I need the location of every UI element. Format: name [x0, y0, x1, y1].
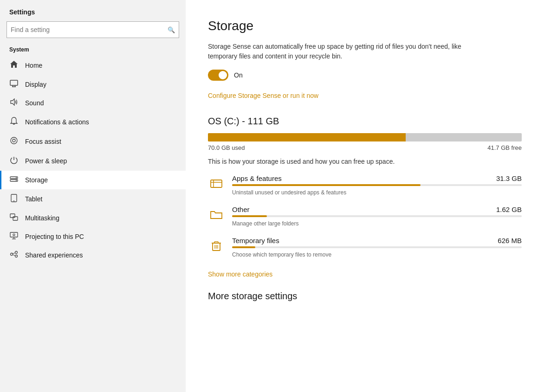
- sidebar-item-notifications[interactable]: Notifications & actions: [0, 112, 186, 132]
- home-icon: [9, 60, 19, 71]
- sidebar-item-sound[interactable]: Sound: [0, 94, 186, 112]
- sidebar-item-label: Notifications & actions: [25, 118, 89, 126]
- main-content: Storage Storage Sense can automatically …: [186, 0, 544, 392]
- apps-bar: [232, 184, 522, 186]
- sidebar-item-power[interactable]: Power & sleep: [0, 151, 186, 171]
- search-input[interactable]: [11, 26, 168, 33]
- sidebar-item-label: Power & sleep: [25, 157, 67, 165]
- search-box[interactable]: 🔍: [6, 21, 179, 38]
- sidebar: Settings 🔍 System Home Display: [0, 0, 186, 392]
- tablet-icon: [9, 194, 19, 204]
- category-temp[interactable]: Temporary files 626 MB Choose which temp…: [208, 237, 522, 258]
- apps-name: Apps & features: [232, 174, 282, 182]
- svg-point-6: [13, 139, 15, 142]
- svg-rect-24: [211, 180, 222, 187]
- display-icon: [9, 80, 19, 89]
- svg-rect-14: [13, 217, 18, 220]
- category-other[interactable]: Other 1.62 GB Manage other large folders: [208, 206, 522, 227]
- power-icon: [9, 156, 19, 166]
- sidebar-item-label: Display: [25, 81, 46, 88]
- sidebar-item-multitasking[interactable]: Multitasking: [0, 209, 186, 227]
- storage-icon: [9, 175, 19, 185]
- svg-rect-13: [10, 214, 15, 218]
- svg-point-18: [13, 234, 15, 236]
- apps-size: 31.3 GB: [496, 174, 522, 182]
- svg-point-10: [16, 180, 17, 181]
- storage-sense-toggle[interactable]: [208, 70, 228, 81]
- storage-bar: [208, 133, 522, 141]
- trash-icon: [208, 238, 225, 254]
- system-section-label: System: [0, 43, 186, 56]
- sidebar-item-label: Focus assist: [25, 138, 61, 145]
- storage-sense-toggle-row: On: [208, 70, 522, 81]
- sidebar-item-label: Projecting to this PC: [25, 233, 84, 240]
- svg-line-23: [13, 255, 15, 256]
- sidebar-item-label: Tablet: [25, 195, 42, 203]
- sidebar-item-display[interactable]: Display: [0, 75, 186, 94]
- temp-category-info: Temporary files 626 MB Choose which temp…: [232, 237, 522, 258]
- more-settings-title: More storage settings: [208, 291, 522, 302]
- app-title: Settings: [0, 0, 186, 21]
- storage-info-text: This is how your storage is used and how…: [208, 158, 522, 165]
- temp-sub: Choose which temporary files to remove: [232, 251, 331, 258]
- multitasking-icon: [9, 213, 19, 223]
- sidebar-item-projecting[interactable]: Projecting to this PC: [0, 227, 186, 246]
- svg-marker-4: [11, 99, 14, 105]
- sidebar-item-label: Home: [25, 62, 42, 69]
- storage-bar-used: [208, 133, 406, 141]
- temp-header: Temporary files 626 MB: [232, 237, 522, 244]
- temp-bar: [232, 246, 522, 248]
- sound-icon: [9, 98, 19, 108]
- other-bar: [232, 215, 522, 217]
- free-label: 41.7 GB free: [487, 144, 522, 151]
- notifications-icon: [9, 117, 19, 127]
- svg-point-21: [15, 255, 18, 257]
- temp-name: Temporary files: [232, 237, 279, 244]
- other-sub: Manage other large folders: [232, 220, 298, 227]
- other-category-info: Other 1.62 GB Manage other large folders: [232, 206, 522, 227]
- sidebar-item-home[interactable]: Home: [0, 56, 186, 75]
- shared-icon: [9, 251, 19, 260]
- folder-icon: [208, 206, 225, 223]
- other-name: Other: [232, 206, 250, 213]
- apps-header: Apps & features 31.3 GB: [232, 174, 522, 182]
- temp-size: 626 MB: [498, 237, 522, 244]
- sidebar-item-label: Shared experiences: [25, 251, 83, 259]
- sidebar-item-shared[interactable]: Shared experiences: [0, 246, 186, 264]
- svg-point-12: [13, 200, 14, 201]
- sidebar-item-focus[interactable]: Focus assist: [0, 132, 186, 151]
- category-apps[interactable]: Apps & features 31.3 GB Uninstall unused…: [208, 174, 522, 196]
- sidebar-item-storage[interactable]: Storage: [0, 171, 186, 189]
- page-title: Storage: [208, 19, 522, 33]
- sidebar-item-label: Multitasking: [25, 214, 59, 222]
- show-more-categories-link[interactable]: Show more categories: [208, 270, 272, 278]
- sidebar-item-label: Sound: [25, 99, 44, 107]
- svg-point-5: [11, 137, 17, 144]
- other-size: 1.62 GB: [496, 206, 522, 213]
- svg-line-22: [13, 253, 15, 254]
- svg-rect-0: [10, 80, 18, 85]
- sidebar-item-label: Storage: [25, 176, 48, 184]
- svg-rect-15: [10, 232, 18, 237]
- temp-bar-fill: [232, 246, 255, 248]
- apps-category-info: Apps & features 31.3 GB Uninstall unused…: [232, 174, 522, 196]
- projecting-icon: [9, 232, 19, 241]
- other-header: Other 1.62 GB: [232, 206, 522, 213]
- toggle-on-label: On: [234, 71, 243, 79]
- sidebar-item-tablet[interactable]: Tablet: [0, 189, 186, 209]
- search-icon: 🔍: [168, 26, 175, 33]
- other-bar-fill: [232, 215, 267, 217]
- configure-link[interactable]: Configure Storage Sense or run it now: [208, 92, 522, 99]
- apps-icon: [208, 175, 225, 192]
- svg-point-9: [16, 177, 17, 178]
- apps-bar-fill: [232, 184, 421, 186]
- svg-point-19: [11, 253, 13, 256]
- storage-sense-description: Storage Sense can automatically free up …: [208, 42, 468, 61]
- svg-point-20: [15, 251, 18, 254]
- apps-sub: Uninstall unused or undesired apps & fea…: [232, 189, 346, 196]
- focus-icon: [9, 136, 19, 147]
- storage-labels: 70.0 GB used 41.7 GB free: [208, 144, 522, 151]
- used-label: 70.0 GB used: [208, 144, 245, 151]
- drive-title: OS (C:) - 111 GB: [208, 116, 522, 127]
